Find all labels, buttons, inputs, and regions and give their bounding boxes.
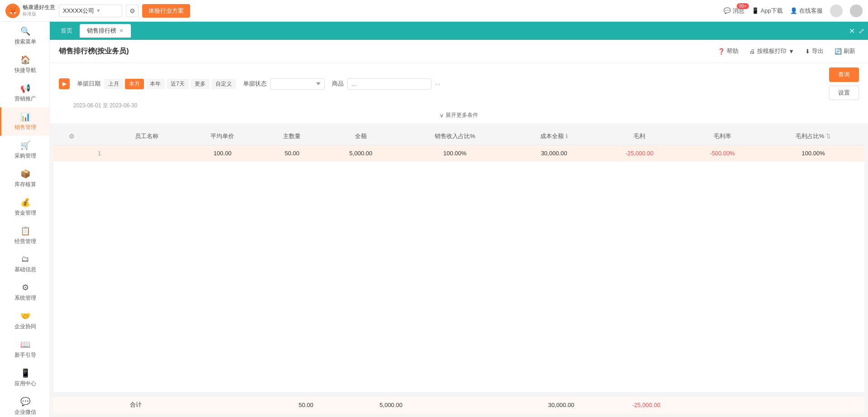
- row-sales-pct-cell: 100.00%: [398, 145, 512, 162]
- date-pill-7days[interactable]: 近7天: [167, 79, 189, 89]
- date-pill-last-month[interactable]: 上月: [104, 79, 123, 89]
- date-pill-this-month[interactable]: 本月: [125, 79, 144, 89]
- refresh-icon: 🔄: [834, 48, 842, 55]
- company-name: XXXXX公司: [63, 7, 94, 15]
- status-label: 单据状态: [243, 80, 267, 88]
- expand-btn[interactable]: ∨ 展开更多条件: [440, 111, 478, 119]
- sidebar-item-quick-nav[interactable]: 🏠 快捷导航: [0, 50, 49, 79]
- sidebar-item-basics[interactable]: 🗂 基础信息: [0, 250, 49, 278]
- sidebar-item-wechat[interactable]: 💬 企业微信: [0, 392, 49, 417]
- sidebar-item-finance[interactable]: 💰 资金管理: [0, 193, 49, 221]
- app-download-btn[interactable]: 📱 App下载: [752, 7, 783, 15]
- message-badge: 99+: [737, 3, 749, 9]
- purchase-icon: 🛒: [20, 140, 30, 150]
- profit-pct-label: 毛利占比%: [796, 133, 825, 139]
- query-button[interactable]: 查询: [829, 67, 859, 82]
- footer-label: 合计: [93, 401, 178, 409]
- sidebar-item-search-order[interactable]: 🔍 搜索菜单: [0, 22, 49, 50]
- tab-sales-rank[interactable]: 销售排行榜 ✕: [80, 24, 131, 38]
- logo-icon: 🦊: [5, 4, 20, 18]
- print-button[interactable]: 🖨 按模板打印 ▼: [746, 45, 798, 57]
- date-pill-more[interactable]: 更多: [191, 79, 210, 89]
- footer-quantity: 50.00: [264, 402, 349, 408]
- row-quantity-cell: 50.00: [260, 145, 323, 162]
- table-footer: 合计 50.00 5,000.00 30,000.00 -25,000.00: [53, 396, 864, 413]
- date-filter-group: 单据日期 上月 本月 本年 近7天 更多 自定义: [77, 79, 236, 89]
- sidebar-label-purchase: 采购管理: [14, 152, 36, 160]
- help-button[interactable]: ❓ 帮助: [714, 45, 742, 57]
- col-avg-price: 平均单价: [185, 128, 261, 145]
- cost-info-icon[interactable]: ℹ: [566, 133, 568, 139]
- profit-pct-sort-icon[interactable]: ⇅: [826, 133, 831, 139]
- message-icon: 💬: [724, 7, 731, 14]
- col-profit: 毛利: [596, 128, 682, 145]
- date-pills: 上月 本月 本年 近7天 更多 自定义: [104, 79, 236, 89]
- sales-table: ⚙ 员工名称 平均单价 主数量 全额 销售收入占比% 成本全额 ℹ: [53, 128, 864, 162]
- tab-home[interactable]: 首页: [53, 24, 80, 38]
- export-button[interactable]: ⬇ 导出: [801, 45, 827, 57]
- company-selector[interactable]: XXXXX公司 ▼: [59, 5, 122, 17]
- support-label: 在线客服: [799, 7, 823, 15]
- column-settings-icon[interactable]: ⚙: [69, 133, 75, 140]
- table-wrapper: ⚙ 员工名称 平均单价 主数量 全额 销售收入占比% 成本全额 ℹ: [53, 128, 864, 392]
- goods-label: 商品: [332, 80, 344, 88]
- goods-more-btn[interactable]: ···: [435, 80, 441, 87]
- enterprise-icon: 🤝: [20, 311, 30, 321]
- col-amount: 全额: [324, 128, 398, 145]
- refresh-button[interactable]: 🔄 刷新: [831, 45, 859, 57]
- row-profit-cell: -25,000.00: [596, 145, 682, 162]
- settings-button[interactable]: 设置: [829, 86, 859, 100]
- sidebar-item-operations[interactable]: 📋 经营管理: [0, 221, 49, 250]
- tab-bar: 首页 销售排行榜 ✕ ✕ ⤢: [50, 22, 868, 40]
- settings-icon[interactable]: ⚙: [126, 5, 139, 17]
- app-icon: 📱: [752, 7, 759, 14]
- table-row: 1 100.00 50.00 5,000.00 100.00% 30,000.0…: [53, 145, 864, 162]
- trial-button[interactable]: 体验行业方案: [142, 4, 190, 18]
- footer-profit: -25,000.00: [604, 402, 689, 408]
- table-header-row: ⚙ 员工名称 平均单价 主数量 全额 销售收入占比% 成本全额 ℹ: [53, 128, 864, 145]
- top-header: 🦊 畅康通好生意 标准版 XXXXX公司 ▼ ⚙ 体验行业方案 💬 消息 99+…: [0, 0, 868, 22]
- sales-icon: 📊: [20, 112, 30, 122]
- avatar[interactable]: [830, 5, 843, 17]
- sidebar-label-appstore: 应用中心: [14, 380, 36, 388]
- cost-label: 成本全额: [540, 133, 564, 139]
- wechat-icon: 💬: [20, 397, 30, 407]
- sidebar-item-appstore[interactable]: 📱 应用中心: [0, 364, 49, 392]
- logo-text: 畅康通好生意: [23, 4, 55, 11]
- goods-input[interactable]: [347, 78, 432, 90]
- sidebar-item-guide[interactable]: 📖 新手引导: [0, 335, 49, 364]
- filter-toggle-btn[interactable]: ▶: [59, 78, 70, 89]
- message-btn[interactable]: 💬 消息 99+: [724, 7, 744, 15]
- company-dropdown-arrow: ▼: [96, 8, 101, 13]
- row-settings-cell: [53, 145, 91, 162]
- sidebar-item-sales[interactable]: 📊 销售管理: [0, 107, 49, 136]
- sidebar-item-marketing[interactable]: 📢 营销推广: [0, 79, 49, 107]
- tab-sales-rank-label: 销售排行榜: [87, 27, 116, 35]
- tab-close-icon[interactable]: ✕: [119, 28, 124, 34]
- sidebar-item-system[interactable]: ⚙ 系统管理: [0, 278, 49, 307]
- date-pill-custom[interactable]: 自定义: [211, 79, 236, 89]
- print-arrow: ▼: [788, 48, 794, 55]
- sidebar-item-inventory[interactable]: 📦 库存核算: [0, 164, 49, 193]
- col-settings: ⚙: [53, 128, 91, 145]
- row-profit-rate-cell: -500.00%: [682, 145, 762, 162]
- date-label: 单据日期: [77, 80, 101, 88]
- tab-maximize-btn[interactable]: ⤢: [858, 27, 864, 35]
- sidebar-item-purchase[interactable]: 🛒 采购管理: [0, 136, 49, 164]
- footer-amount: 5,000.00: [349, 402, 434, 408]
- sidebar-label-inventory: 库存核算: [14, 181, 36, 188]
- filter-toggle-icon: ▶: [62, 81, 67, 87]
- col-profit-pct: 毛利占比% ⇅: [762, 128, 864, 145]
- row-amount-cell: 5,000.00: [324, 145, 398, 162]
- tab-close-btn[interactable]: ✕: [849, 27, 855, 35]
- page-title: 销售排行榜(按业务员): [59, 47, 714, 56]
- avatar-placeholder: [850, 5, 863, 17]
- date-pill-this-year[interactable]: 本年: [146, 79, 165, 89]
- sidebar-label-wechat: 企业微信: [14, 408, 36, 416]
- col-sales-pct: 销售收入占比%: [398, 128, 512, 145]
- status-select[interactable]: [270, 78, 325, 90]
- page-header: 销售排行榜(按业务员) ❓ 帮助 🖨 按模板打印 ▼ ⬇ 导出: [50, 40, 868, 63]
- refresh-label: 刷新: [844, 47, 855, 55]
- sidebar-item-enterprise[interactable]: 🤝 企业协同: [0, 307, 49, 335]
- online-support-btn[interactable]: 👤 在线客服: [790, 7, 823, 15]
